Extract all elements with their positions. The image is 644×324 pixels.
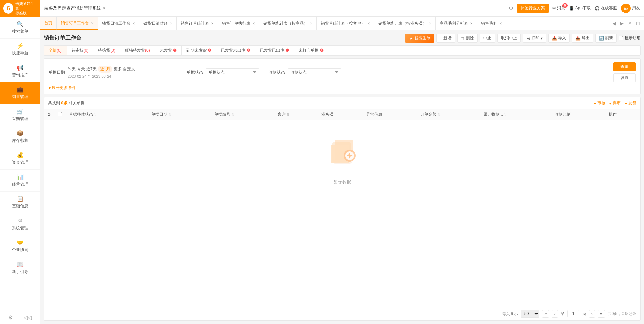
industry-btn[interactable]: 体验行业方案: [517, 4, 549, 13]
th-amount[interactable]: 订单金额 ⇅: [417, 109, 480, 120]
tab-钱货日清对账[interactable]: 钱货日清对账✕: [139, 17, 177, 30]
tab-close-icon[interactable]: ✕: [132, 22, 135, 25]
app-download-action[interactable]: 📱 App下载: [569, 5, 591, 11]
sidebar-item-新手引导[interactable]: 📖新手引导: [0, 257, 40, 279]
next-page-btn[interactable]: ›: [589, 310, 595, 318]
tab-expand-btn[interactable]: ⊡: [635, 20, 641, 27]
unapprove-btn[interactable]: ● 弃审: [609, 100, 621, 106]
tab-销售订单执行表[interactable]: 销售订单执行表✕: [218, 17, 259, 30]
sidebar-item-库存核算[interactable]: 📦库存核算: [0, 126, 40, 148]
sidebar-item-搜索菜单[interactable]: 🔍搜索菜单: [0, 17, 40, 39]
unapprove-icon: ●: [609, 101, 612, 106]
prev-page-btn[interactable]: ‹: [552, 310, 558, 318]
message-action[interactable]: ✉ 消息 6: [552, 5, 565, 11]
sidebar-item-销售管理[interactable]: 💼销售管理: [0, 82, 40, 104]
expand-btn[interactable]: ▾ 展开更多条件: [49, 85, 76, 91]
approve-btn[interactable]: ● 审核: [594, 100, 605, 106]
page-total: 共0页，0条记录: [608, 311, 636, 317]
export-btn[interactable]: 📤 导出: [572, 34, 593, 43]
tab-销货单统计表（按商品）[interactable]: 销货单统计表（按商品）✕: [259, 17, 317, 30]
add-btn[interactable]: + 新增: [436, 34, 455, 43]
sidebar-item-基础信息[interactable]: 📋基础信息: [0, 192, 40, 213]
tab-销售毛利[interactable]: 销售毛利✕: [477, 17, 506, 30]
import-btn[interactable]: 📥 导入: [548, 34, 570, 43]
empty-state: 暂无数据: [44, 120, 640, 199]
stop-btn[interactable]: 中止: [480, 34, 495, 43]
tab-close-icon[interactable]: ✕: [211, 22, 214, 25]
tab-close-icon[interactable]: ✕: [310, 22, 312, 25]
filter-tab-未发货[interactable]: 未发货 ❶: [155, 46, 182, 55]
filter-tab-旺铺待发货[interactable]: 旺铺待发货(0): [120, 46, 155, 55]
app-title-dropdown[interactable]: ▾: [103, 6, 105, 11]
ship-btn[interactable]: ● 发货: [625, 100, 636, 106]
tab-首页[interactable]: 首页: [40, 17, 57, 30]
tab-prev-btn[interactable]: ◀: [611, 20, 617, 27]
tab-close-icon[interactable]: ✕: [170, 22, 172, 25]
tab-钱货日清工作台[interactable]: 钱货日清工作台✕: [98, 17, 139, 30]
user-action[interactable]: Ea 用友: [621, 4, 640, 13]
header-gear-icon[interactable]: ⚙: [509, 5, 513, 11]
date-option-更多[interactable]: 更多: [114, 66, 122, 72]
tab-销货单统计表（按客户）[interactable]: 销货单统计表（按客户）✕: [317, 17, 374, 30]
tab-close-icon[interactable]: ✕: [470, 22, 473, 25]
show-detail-label[interactable]: 显示明细: [619, 35, 641, 41]
sidebar-item-资金管理[interactable]: 💰资金管理: [0, 148, 40, 170]
filter-tab-全部[interactable]: 全部(0): [44, 46, 67, 55]
sidebar-item-营销推广[interactable]: 📢营销推广: [0, 60, 40, 82]
sort-icon: ⇅: [231, 113, 234, 116]
date-option-近7天[interactable]: 近7天: [86, 66, 97, 72]
tab-close-icon[interactable]: ✕: [499, 22, 502, 25]
sidebar-item-快捷导航[interactable]: ⚡快捷导航: [0, 39, 40, 60]
smart-create-btn[interactable]: ★ 智能生单: [405, 34, 434, 43]
filter-tab-已发货已出库[interactable]: 已发货已出库 ❶: [255, 46, 294, 55]
date-option-今天[interactable]: 今天: [77, 66, 85, 72]
tab-商品毛利分析表[interactable]: 商品毛利分析表✕: [436, 17, 477, 30]
delete-btn[interactable]: 🗑 删除: [457, 34, 478, 43]
sidebar-item-采购管理[interactable]: 🛒采购管理: [0, 104, 40, 126]
show-detail-checkbox[interactable]: [619, 36, 623, 40]
th-status[interactable]: 单据整体状态 ⇅: [66, 109, 148, 120]
payment-select[interactable]: 收款状态: [288, 68, 341, 76]
refresh-btn[interactable]: 🔄 刷新: [595, 34, 617, 43]
tab-next-btn[interactable]: ▶: [619, 20, 625, 27]
select-all-checkbox[interactable]: [58, 112, 62, 116]
settings-icon[interactable]: ⚙: [8, 314, 13, 321]
settings-col[interactable]: ⚙: [44, 109, 54, 120]
filter-tab-已发货未出库[interactable]: 已发货未出库 ❶: [216, 46, 255, 55]
date-option-近1月[interactable]: 近1月: [98, 66, 113, 73]
tab-销售订单统计表[interactable]: 销售订单统计表✕: [177, 17, 218, 30]
headset-icon: 🎧: [595, 6, 600, 11]
filter-tab-待拣货[interactable]: 待拣货(0): [93, 46, 120, 55]
th-customer[interactable]: 客户 ⇅: [274, 109, 318, 120]
query-btn[interactable]: 查询: [613, 62, 636, 71]
cancel-stop-btn[interactable]: 取消中止: [497, 34, 521, 43]
sidebar-item-经营管理[interactable]: 📊经营管理: [0, 170, 40, 192]
page-size-select[interactable]: 50 10 20 100: [521, 310, 539, 318]
filter-tab-未打印单据[interactable]: 未打印单据 ❶: [294, 46, 328, 55]
print-btn[interactable]: 🖨 打印 ▾: [523, 34, 546, 43]
tab-close-all-btn[interactable]: ✕: [627, 20, 633, 27]
th-number[interactable]: 单据编号 ⇅: [211, 109, 274, 120]
th-collected[interactable]: 累计收款... ⇅: [480, 109, 551, 120]
status-select[interactable]: 单据状态: [206, 68, 259, 76]
sidebar-item-系统管理[interactable]: ⚙系统管理: [0, 213, 40, 235]
date-option-自定义[interactable]: 自定义: [123, 66, 135, 72]
filter-tab-待审核[interactable]: 待审核(0): [67, 46, 94, 55]
tab-销货单统计表（按业务员）[interactable]: 销货单统计表（按业务员）✕: [374, 17, 436, 30]
sidebar-item-企业协同[interactable]: 🤝企业协同: [0, 235, 40, 257]
tab-销售订单工作台[interactable]: 销售订单工作台✕: [57, 17, 98, 30]
status-field: 单据状态 单据状态: [187, 68, 262, 76]
online-support-action[interactable]: 🎧 在线客服: [595, 5, 617, 11]
th-date[interactable]: 单据日期 ⇅: [148, 109, 211, 120]
tab-close-icon[interactable]: ✕: [91, 21, 94, 25]
collapse-icon[interactable]: ◁◁: [24, 314, 32, 321]
last-page-btn[interactable]: »: [598, 310, 605, 318]
tab-close-icon[interactable]: ✕: [367, 22, 370, 25]
set-btn[interactable]: 设置: [613, 73, 636, 82]
tab-close-icon[interactable]: ✕: [429, 22, 431, 25]
filter-tab-到期未发货[interactable]: 到期未发货 ❶: [182, 46, 216, 55]
page-input[interactable]: [567, 310, 579, 317]
first-page-btn[interactable]: «: [542, 310, 549, 318]
date-option-昨天[interactable]: 昨天: [68, 66, 76, 72]
tab-close-icon[interactable]: ✕: [252, 22, 255, 25]
